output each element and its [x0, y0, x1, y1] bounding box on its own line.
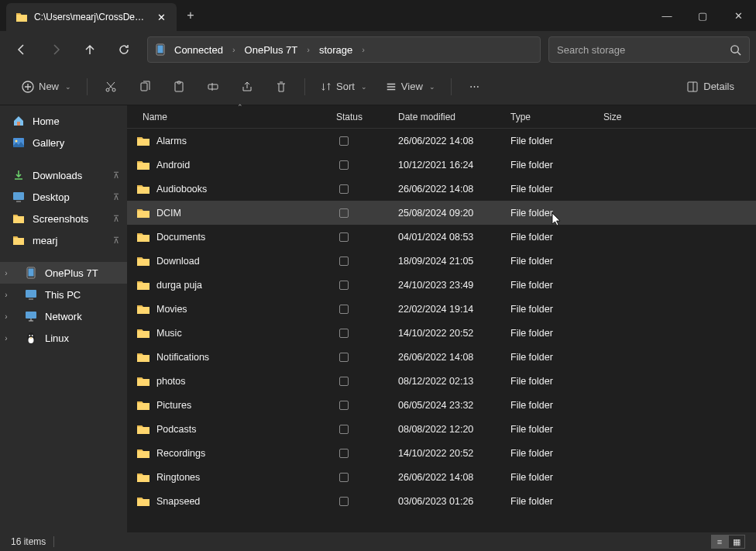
search-box[interactable]: [548, 36, 750, 63]
table-row[interactable]: Notifications 26/06/2022 14:08 File fold…: [127, 345, 756, 369]
file-type: File folder: [503, 184, 596, 195]
table-row[interactable]: Music 14/10/2022 20:52 File folder: [127, 321, 756, 345]
chevron-right-icon[interactable]: ›: [2, 312, 11, 321]
details-button[interactable]: Details: [679, 74, 742, 100]
chevron-right-icon[interactable]: ›: [2, 291, 11, 299]
sidebar-item-network[interactable]: ›Network: [0, 305, 127, 327]
forward-button[interactable]: [40, 36, 71, 64]
file-type: File folder: [503, 232, 596, 243]
sidebar-item-downloads[interactable]: Downloads⊼: [0, 164, 127, 186]
sidebar-item-screenshots[interactable]: Screenshots⊼: [0, 208, 127, 229]
chevron-right-icon[interactable]: ›: [305, 45, 311, 54]
window-controls: — ▢ ✕: [649, 0, 756, 31]
tab-close-button[interactable]: ✕: [155, 11, 167, 23]
chevron-down-icon: ⌄: [65, 83, 71, 91]
paste-button[interactable]: [163, 74, 194, 100]
table-row[interactable]: Recordings 14/10/2022 20:52 File folder: [127, 441, 756, 465]
sort-button[interactable]: Sort ⌄: [313, 74, 375, 100]
table-row[interactable]: Documents 04/01/2024 08:53 File folder: [127, 225, 756, 249]
chevron-right-icon[interactable]: ›: [2, 334, 11, 343]
folder-icon: [136, 304, 150, 315]
sidebar-item-linux[interactable]: ›Linux: [0, 327, 127, 349]
file-list: Name ⌃ Status Date modified Type Size Al…: [127, 105, 756, 532]
table-row[interactable]: Snapseed 03/06/2023 01:26 File folder: [127, 489, 756, 513]
chevron-down-icon: ⌄: [361, 83, 367, 91]
toolbar: New ⌄ Sort ⌄ View ⌄ ⋯ Details: [0, 68, 756, 105]
new-tab-button[interactable]: +: [177, 0, 204, 31]
breadcrumb-seg-2[interactable]: storage: [314, 41, 357, 59]
sort-button-label: Sort: [336, 81, 355, 92]
sidebar-label: Screenshots: [33, 213, 88, 225]
refresh-button[interactable]: [108, 36, 139, 64]
file-type: File folder: [503, 424, 596, 435]
status-icon: [339, 184, 349, 194]
chevron-right-icon[interactable]: ›: [2, 269, 11, 277]
table-row[interactable]: Pictures 06/05/2024 23:32 File folder: [127, 393, 756, 417]
sidebar-item-this-pc[interactable]: ›This PC: [0, 284, 127, 305]
icons-view-button[interactable]: ▦: [728, 535, 745, 549]
sidebar-item-gallery[interactable]: Gallery: [0, 132, 127, 153]
more-button[interactable]: ⋯: [459, 74, 490, 100]
date-modified: 26/06/2022 14:08: [390, 136, 503, 146]
chevron-down-icon: ⌄: [429, 83, 435, 91]
status-icon: [339, 281, 349, 290]
column-status[interactable]: Status: [328, 105, 390, 128]
table-row[interactable]: durga puja 24/10/2023 23:49 File folder: [127, 273, 756, 297]
sidebar-label: Downloads: [33, 170, 82, 181]
up-button[interactable]: [74, 36, 105, 64]
table-row[interactable]: Alarms 26/06/2022 14:08 File folder: [127, 129, 756, 153]
file-type: File folder: [503, 328, 596, 339]
view-button[interactable]: View ⌄: [378, 74, 443, 100]
table-row[interactable]: Ringtones 26/06/2022 14:08 File folder: [127, 465, 756, 489]
sidebar-item-oneplus-7t[interactable]: ›OnePlus 7T: [0, 262, 127, 284]
date-modified: 26/06/2022 14:08: [390, 352, 503, 363]
table-row[interactable]: Audiobooks 26/06/2022 14:08 File folder: [127, 177, 756, 201]
chevron-right-icon[interactable]: ›: [231, 45, 237, 54]
date-modified: 26/06/2022 14:08: [390, 472, 503, 483]
share-button[interactable]: [232, 74, 263, 100]
date-modified: 22/02/2024 19:14: [390, 304, 503, 315]
delete-button[interactable]: [266, 74, 297, 100]
file-type: File folder: [503, 304, 596, 315]
svg-point-4: [106, 88, 109, 91]
status-icon: [339, 401, 349, 410]
file-rows: Alarms 26/06/2022 14:08 File folder Andr…: [127, 129, 756, 532]
column-name[interactable]: Name ⌃: [127, 105, 328, 128]
sidebar-item-desktop[interactable]: Desktop⊼: [0, 186, 127, 208]
breadcrumb-seg-1[interactable]: OnePlus 7T: [240, 41, 303, 59]
titlebar: C:\Users\mearj\CrossDevice\O ✕ + — ▢ ✕: [0, 0, 756, 31]
back-button[interactable]: [6, 36, 37, 64]
sidebar-item-home[interactable]: Home: [0, 110, 127, 132]
new-button[interactable]: New ⌄: [14, 74, 79, 100]
folder-icon: [136, 328, 150, 339]
file-name: Recordings: [156, 448, 205, 459]
cut-button[interactable]: [95, 74, 126, 100]
rename-button[interactable]: [198, 74, 229, 100]
date-modified: 25/08/2024 09:20: [390, 208, 503, 219]
table-row[interactable]: Podcasts 08/08/2022 12:20 File folder: [127, 417, 756, 441]
chevron-right-icon[interactable]: ›: [360, 45, 366, 54]
details-view-button[interactable]: ≡: [711, 535, 728, 549]
column-date-modified[interactable]: Date modified: [390, 105, 503, 128]
column-type[interactable]: Type: [503, 105, 596, 128]
close-button[interactable]: ✕: [720, 0, 756, 31]
breadcrumb-seg-0[interactable]: Connected: [170, 41, 228, 59]
search-input[interactable]: [557, 44, 725, 56]
svg-point-21: [32, 335, 33, 336]
sidebar-item-mearj[interactable]: mearj⊼: [0, 229, 127, 251]
table-row[interactable]: Movies 22/02/2024 19:14 File folder: [127, 297, 756, 321]
minimize-button[interactable]: —: [649, 0, 685, 31]
new-button-label: New: [39, 81, 59, 92]
table-row[interactable]: Android 10/12/2021 16:24 File folder: [127, 153, 756, 177]
breadcrumb[interactable]: Connected › OnePlus 7T › storage ›: [147, 36, 541, 63]
maximize-button[interactable]: ▢: [685, 0, 720, 31]
active-tab[interactable]: C:\Users\mearj\CrossDevice\O ✕: [6, 3, 177, 31]
folder-icon: [136, 400, 150, 411]
table-row[interactable]: photos 08/12/2022 02:13 File folder: [127, 369, 756, 393]
column-size[interactable]: Size: [596, 105, 658, 128]
sidebar-label: Home: [33, 115, 60, 127]
search-icon[interactable]: [730, 44, 741, 56]
table-row[interactable]: DCIM 25/08/2024 09:20 File folder: [127, 201, 756, 225]
copy-button[interactable]: [129, 74, 160, 100]
table-row[interactable]: Download 18/09/2024 21:05 File folder: [127, 249, 756, 273]
